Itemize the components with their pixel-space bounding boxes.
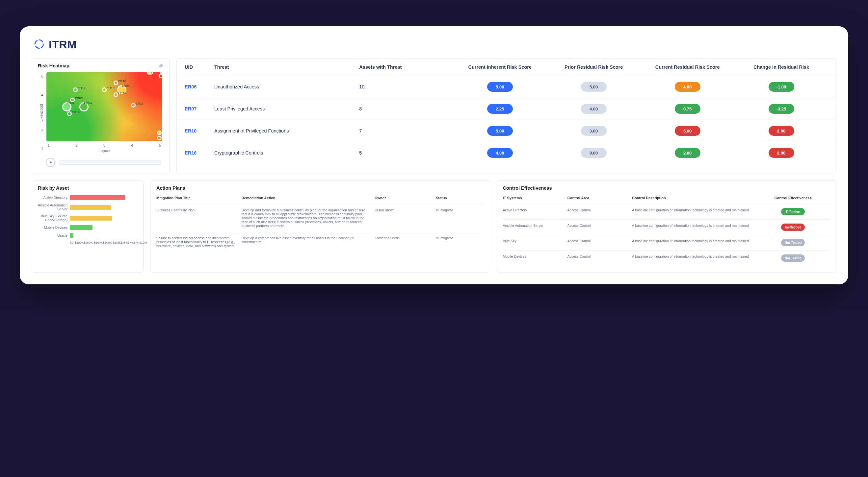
uid-link[interactable]: ER07 xyxy=(185,106,214,111)
heatmap-y-ticks: 12345 xyxy=(41,72,43,153)
table-row[interactable]: ER07Least Privileged Access82.254.000.75… xyxy=(177,98,836,120)
risk-by-asset-xticks: $0-$250K$250K-$500K$500K-$1M$1M-$5M$5M-$… xyxy=(38,241,137,244)
action-plans-title: Action Plans xyxy=(156,185,484,191)
heatmap-point[interactable]: ER08 xyxy=(70,98,75,102)
col-prrs: Prior Residual Risk Score xyxy=(547,64,641,70)
ce-desc: A baseline configuration of information … xyxy=(632,239,751,246)
action-plans-header-row: Mitigation Plan Title Remediation Action… xyxy=(156,192,484,204)
heatmap-point-label: ER13 xyxy=(118,91,126,95)
time-slider[interactable] xyxy=(59,160,161,165)
ce-pill: Ineffective xyxy=(781,224,805,231)
ce-col-area: Control Area xyxy=(567,196,627,200)
ce-col-sys: IT Systems xyxy=(503,196,562,200)
play-button[interactable] xyxy=(46,158,55,167)
app-window: ITRM Risk Heatmap Likelihood 12345 ER01E… xyxy=(20,26,848,284)
heatmap-point-label: ER04 xyxy=(122,84,130,88)
threat-name: Unauthorized Access xyxy=(214,84,359,90)
ce-col-desc: Control Description xyxy=(632,196,751,200)
rba-bar[interactable] xyxy=(70,205,111,210)
table-row[interactable]: ER16Cryptographic Controls54.000.002.002… xyxy=(177,142,836,164)
ce-row[interactable]: Mobile DevicesAccess ControlA baseline c… xyxy=(503,250,831,266)
rba-label: Ansible Automation Server xyxy=(38,203,67,211)
ce-row[interactable]: Ansible Automation ServerAccess ControlA… xyxy=(503,219,831,235)
uid-link[interactable]: ER16 xyxy=(185,150,214,156)
ap-title: Business Continuity Plan xyxy=(156,208,236,228)
uid-link[interactable]: ER06 xyxy=(185,84,214,90)
col-cirs: Current Inherent RIsk Score xyxy=(453,64,547,70)
ap-owner: Katherine Harris xyxy=(375,236,431,248)
ce-pill: Not Tested xyxy=(781,254,805,262)
heatmap-point[interactable]: ER17 xyxy=(159,74,162,78)
gear-icon[interactable] xyxy=(158,63,164,70)
col-crrs: Current Residual Risk Score xyxy=(641,64,734,70)
heatmap-point-label: ER12 xyxy=(162,134,162,138)
heatmap-x-ticks: 12345 xyxy=(46,141,162,147)
ce-sys: Mobile Devices xyxy=(503,254,562,262)
crrs-pill: 0.75 xyxy=(675,104,701,114)
brand: ITRM xyxy=(34,38,836,51)
heatmap-point[interactable]: ER15 xyxy=(131,103,135,107)
heatmap-point[interactable]: ER06 xyxy=(157,131,162,135)
rba-label: Mobile Devices xyxy=(38,226,67,230)
rba-label: Blue Sky (Source Code/Storage) xyxy=(38,214,67,222)
uid-link[interactable]: ER10 xyxy=(185,128,214,133)
brand-logo-icon xyxy=(34,38,45,51)
heatmap-point[interactable]: ER09 xyxy=(147,72,151,75)
ce-row[interactable]: Active DirectoryAccess ControlA baseline… xyxy=(503,204,831,219)
rba-bar[interactable] xyxy=(70,233,73,238)
threats-header-row: UID Threat Assets with Threat Current In… xyxy=(177,59,836,76)
rba-bar[interactable] xyxy=(70,216,112,220)
rba-row: Blue Sky (Source Code/Storage) xyxy=(38,214,137,222)
heatmap-point[interactable]: ER03 xyxy=(79,102,89,111)
cirs-pill: 5.00 xyxy=(487,126,513,136)
prrs-pill: 4.00 xyxy=(581,104,607,114)
ap-status: In Progress xyxy=(436,236,484,248)
ce-row[interactable]: Blue SkyAccess ControlA baseline configu… xyxy=(503,235,831,250)
cirs-pill: 5.00 xyxy=(487,82,513,92)
prrs-pill: 3.00 xyxy=(581,126,607,136)
risk-by-asset-chart: Active DirectoryAnsible Automation Serve… xyxy=(38,195,137,238)
table-row[interactable]: ER10Assignment of Privileged Functions75… xyxy=(177,120,836,142)
action-plan-row[interactable]: Business Continuity PlanDevelop and form… xyxy=(156,204,484,232)
prrs-pill: 0.00 xyxy=(581,148,607,158)
heatmap-point[interactable]: ER13 xyxy=(114,92,118,97)
action-plans-card: Action Plans Mitigation Plan Title Remed… xyxy=(150,180,490,273)
heatmap-point[interactable]: ER18 xyxy=(102,88,107,92)
heatmap-point-label: ER08 xyxy=(75,96,83,100)
ce-header-row: IT Systems Control Area Control Descript… xyxy=(503,192,831,204)
risk-heatmap-card: Risk Heatmap Likelihood 12345 ER01ER03ER… xyxy=(32,58,170,174)
heatmap-field[interactable]: ER01ER03ER04ER05ER06ER08ER09ER10ER12ER13… xyxy=(46,72,162,141)
crrs-pill: 5.00 xyxy=(675,126,701,136)
col-threat: Threat xyxy=(214,64,359,70)
col-assets: Assets with Threat xyxy=(359,64,453,70)
col-change: Change in Residual Risk xyxy=(734,64,828,70)
threats-table-card: UID Threat Assets with Threat Current In… xyxy=(177,58,836,174)
rba-bar[interactable] xyxy=(70,195,125,200)
heatmap-point[interactable]: ER10 xyxy=(114,80,118,85)
ce-area: Access Control xyxy=(567,254,627,262)
heatmap-point[interactable]: ER19 xyxy=(73,88,78,92)
ce-pill: Not Tested xyxy=(781,239,805,246)
action-plan-row[interactable]: Failure to control logical access and in… xyxy=(156,232,484,252)
threat-name: Cryptographic Controls xyxy=(214,150,359,156)
heatmap-point[interactable]: ER16 xyxy=(67,111,72,116)
rba-bar[interactable] xyxy=(70,225,92,230)
ce-sys: Blue Sky xyxy=(503,239,562,246)
table-row[interactable]: ER06Unauthorized Access105.005.004.00-1.… xyxy=(177,76,836,98)
change-pill: 2.00 xyxy=(769,148,794,158)
risk-by-asset-card: Risk by Asset Active DirectoryAnsible Au… xyxy=(32,180,144,273)
ce-sys: Active Directory xyxy=(503,208,562,215)
ap-action: Develop a comprehensive asset inventory … xyxy=(242,236,369,248)
assets-count: 7 xyxy=(359,128,453,133)
heatmap-point[interactable]: ER12 xyxy=(157,136,162,140)
ce-area: Access Control xyxy=(567,224,627,231)
prrs-pill: 5.00 xyxy=(581,82,607,92)
heatmap-point[interactable]: ER01 xyxy=(62,102,71,111)
risk-by-asset-title: Risk by Asset xyxy=(38,185,137,191)
heatmap-point-label: ER03 xyxy=(84,101,92,105)
ce-col-eff: Control Effectiveness xyxy=(756,196,830,200)
rba-row: Oracle xyxy=(38,233,137,238)
heatmap-title: Risk Heatmap xyxy=(38,63,69,68)
heatmap-point-label: ER16 xyxy=(72,110,80,114)
ce-desc: A baseline configuration of information … xyxy=(632,224,751,231)
